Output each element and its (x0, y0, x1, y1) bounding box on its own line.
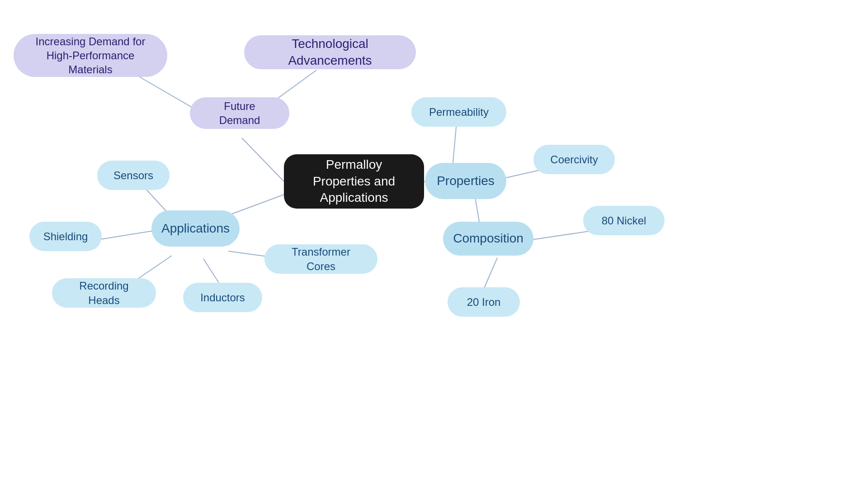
future-demand-node: Future Demand (190, 97, 289, 129)
iron-node: 20 Iron (448, 287, 520, 317)
center-node: Permalloy Properties and Applications (284, 154, 424, 209)
increasing-demand-node: Increasing Demand for High-Performance M… (14, 34, 167, 77)
permeability-node: Permeability (411, 97, 506, 127)
properties-node: Properties (425, 163, 506, 199)
nickel-node: 80 Nickel (583, 206, 665, 235)
inductors-node: Inductors (183, 283, 262, 312)
svg-line-11 (97, 231, 154, 240)
transformer-cores-node: Transformer Cores (264, 244, 377, 274)
shielding-node: Shielding (29, 222, 102, 251)
recording-heads-node: Recording Heads (52, 278, 156, 308)
applications-node: Applications (151, 210, 240, 247)
svg-line-7 (531, 231, 592, 240)
svg-line-0 (242, 138, 284, 181)
coercivity-node: Coercivity (533, 145, 615, 174)
technological-advancements-node: Technological Advancements (244, 35, 416, 69)
sensors-node: Sensors (97, 161, 170, 190)
composition-node: Composition (443, 222, 533, 256)
